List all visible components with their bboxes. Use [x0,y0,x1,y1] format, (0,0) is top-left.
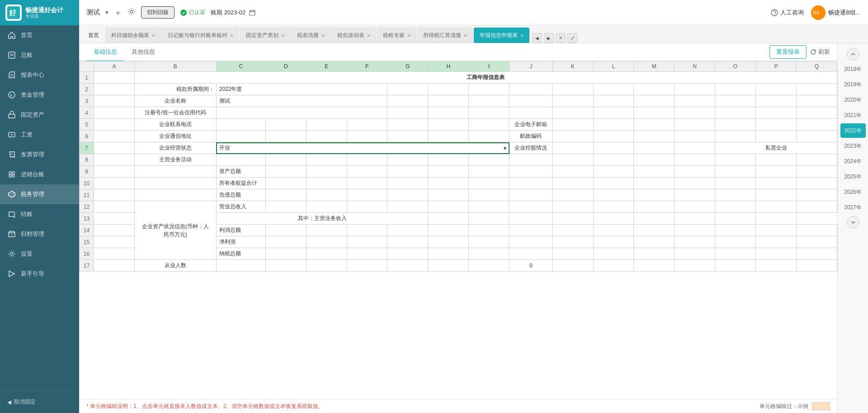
tab-next-button[interactable]: ▶ [544,33,554,43]
user-menu[interactable]: Rit 畅捷通B组... [811,5,861,20]
cell-4-i[interactable] [469,107,509,119]
cell-12-o[interactable] [715,201,756,213]
cell-17-d[interactable] [265,260,306,272]
cell-12-d[interactable] [265,201,306,213]
cell-3-j[interactable] [509,95,553,107]
cell-11-g[interactable] [387,189,428,201]
tab-expand-button[interactable]: ⤢ [567,33,577,43]
cell-11-n[interactable] [675,189,715,201]
cell-5-k[interactable] [552,119,593,131]
cell-14-d[interactable] [265,225,306,236]
cell-11-j[interactable] [509,189,553,201]
cell-10-g[interactable] [387,178,428,189]
cell-4-h[interactable] [428,107,469,119]
col-header-p[interactable]: P [756,61,797,72]
cell-2-i[interactable] [469,84,509,95]
cell-14-i[interactable] [469,225,509,236]
cell-12-n[interactable] [675,201,715,213]
year-2019[interactable]: 2019年 [840,77,866,92]
cell-5-j[interactable]: 企业电子邮箱 [509,119,553,131]
sidebar-item-guide[interactable]: 新手引导 [0,264,79,284]
cell-15-q[interactable] [797,236,837,248]
cell-15-o[interactable] [715,236,756,248]
cell-12-h[interactable] [428,201,469,213]
cell-15-d[interactable] [265,236,306,248]
cell-9-l[interactable] [593,166,634,178]
cell-8-d[interactable] [265,154,306,166]
tab-tax-expert[interactable]: 税检专家 × [377,28,416,43]
year-2024[interactable]: 2024年 [840,154,866,169]
cell-6-p[interactable] [756,131,797,142]
cell-7-b[interactable]: 企业经营状态 [134,142,216,154]
cell-3-l[interactable] [593,95,634,107]
cell-12-c[interactable]: 营业总收入 [216,201,265,213]
cell-3-b[interactable]: 企业名称 [134,95,216,107]
cell-16-l[interactable] [593,248,634,260]
year-2027[interactable]: 2027年 [840,200,866,215]
cell-4-n[interactable] [675,107,715,119]
cell-9-b[interactable] [134,166,216,178]
cell-2-m[interactable] [634,84,675,95]
sidebar-item-stock[interactable]: 进销台账 [0,164,79,184]
spreadsheet-wrapper[interactable]: A B C D E F G H I J K L [79,61,837,399]
cell-6-j[interactable]: 邮政编码 [509,131,553,142]
cell-5-o[interactable] [715,119,756,131]
cell-6-e[interactable] [306,131,347,142]
cell-5-d[interactable] [265,119,306,131]
col-header-b[interactable]: B [134,61,216,72]
sidebar-item-fund[interactable]: ¥ 资金管理 [0,85,79,105]
switch-version-button[interactable]: 切到旧版 [141,6,175,19]
cell-11-d[interactable] [265,189,306,201]
cell-16-h[interactable] [428,248,469,260]
cell-11-m[interactable] [634,189,675,201]
cell-14-m[interactable] [634,225,675,236]
sidebar-item-salary[interactable]: 工资 [0,125,79,145]
cell-9-m[interactable] [634,166,675,178]
cell-17-o[interactable] [715,260,756,272]
cell-6-c[interactable] [216,131,265,142]
cell-2-q[interactable] [797,84,837,95]
cell-15-m[interactable] [634,236,675,248]
col-header-a[interactable]: A [94,61,135,72]
cell-3-k[interactable] [552,95,593,107]
cell-9-j[interactable] [509,166,553,178]
cell-14-f[interactable] [347,225,387,236]
cell-4-p[interactable] [756,107,797,119]
cell-13-d[interactable]: 其中：主营业务收入 [216,213,428,225]
cell-3-n[interactable] [675,95,715,107]
cell-15-j[interactable] [509,236,553,248]
cell-6-m[interactable] [634,131,675,142]
refresh-button[interactable]: 刷新 [810,48,830,56]
cell-8-a[interactable] [94,154,135,166]
tab-close-aux[interactable]: × [152,33,155,39]
cell-4-j[interactable] [509,107,553,119]
col-header-c[interactable]: C [216,61,265,72]
cell-10-a[interactable] [94,178,135,189]
cell-16-g[interactable] [387,248,428,260]
cell-5-p[interactable] [756,119,797,131]
col-header-f[interactable]: F [347,61,387,72]
cell-10-m[interactable] [634,178,675,189]
sidebar-item-close[interactable]: 结账 [0,204,79,224]
sheet-tab-basic[interactable]: 基础信息 [86,43,124,61]
cell-8-o[interactable] [715,154,756,166]
cell-12-g[interactable] [387,201,428,213]
cell-6-d[interactable] [265,131,306,142]
cell-9-e[interactable] [306,166,347,178]
tab-tax-list[interactable]: 税表清册 × [291,28,330,43]
cell-17-e[interactable] [306,260,347,272]
cell-11-l[interactable] [593,189,634,201]
col-header-o[interactable]: O [715,61,756,72]
cell-9-f[interactable] [347,166,387,178]
cell-17-q[interactable] [797,260,837,272]
cell-10-o[interactable] [715,178,756,189]
cell-16-i[interactable] [469,248,509,260]
col-header-m[interactable]: M [634,61,675,72]
cell-10-q[interactable] [797,178,837,189]
tab-close-income-tax[interactable]: × [464,33,467,39]
cell-16-c[interactable]: 纳税总额 [216,248,265,260]
dropdown-icon[interactable]: ▾ [105,9,108,16]
service-button[interactable]: 人工咨询 [770,9,804,17]
cell-1-a[interactable] [94,72,135,84]
cell-11-p[interactable] [756,189,797,201]
